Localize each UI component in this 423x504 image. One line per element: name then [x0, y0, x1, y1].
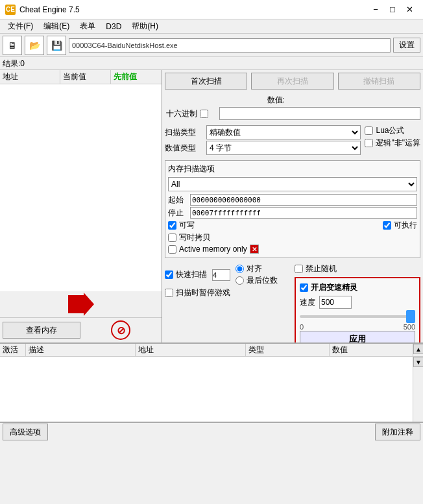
toolbar-open-btn[interactable]: 🖥 — [3, 36, 22, 55]
active-memory-row: Active memory only ✕ — [168, 245, 417, 254]
toolbar-save-btn[interactable]: 💾 — [47, 36, 66, 55]
advanced-options-button[interactable]: 高级选项 — [3, 424, 48, 440]
hex-label: 十六进制 — [166, 108, 197, 119]
value-input[interactable] — [219, 107, 420, 120]
svg-marker-0 — [68, 293, 94, 316]
footer-bar: 高级选项 附加注释 — [0, 422, 423, 441]
hex-checkbox[interactable] — [200, 110, 208, 118]
next-scan-button[interactable]: 再次扫描 — [251, 73, 333, 90]
toolbar-folder-btn[interactable]: 📂 — [25, 36, 44, 55]
lua-formula-checkbox[interactable] — [365, 126, 373, 135]
scrollbar-up[interactable]: ▲ — [413, 344, 423, 354]
first-scan-button[interactable]: 首次扫描 — [165, 73, 247, 90]
col-address-header: 地址 — [0, 70, 60, 84]
start-label: 起始 — [168, 195, 187, 206]
active-memory-checkbox[interactable] — [168, 245, 176, 254]
hex-row: 十六进制 — [165, 108, 217, 119]
copy-on-write-checkbox[interactable] — [168, 234, 176, 242]
col-type-header: 类型 — [246, 344, 330, 356]
cancel-scan-button[interactable]: ⊘ — [111, 320, 130, 340]
settings-button[interactable]: 设置 — [393, 38, 420, 53]
value-label-text: 数值: — [267, 95, 285, 104]
stop-addr-input[interactable] — [190, 207, 417, 219]
process-name: 00003C64-BaiduNetdiskHost.exe — [72, 42, 178, 49]
scan-buttons-row: 首次扫描 再次扫描 撤销扫描 — [165, 73, 420, 90]
writable-row: 可写 — [168, 220, 195, 231]
add-comment-button[interactable]: 附加注释 — [375, 424, 420, 440]
pause-game-label: 扫描时暂停游戏 — [176, 287, 230, 298]
undo-scan-button[interactable]: 撤销扫描 — [338, 73, 420, 90]
window-title: Cheat Engine 7.5 — [19, 5, 80, 14]
bottom-section: 激活 描述 地址 类型 数值 ▲ ▼ 高级选项 附加注释 — [0, 342, 423, 441]
right-panel: 首次扫描 再次扫描 撤销扫描 数值: 十六进制 扫描类型 — [162, 70, 423, 342]
align-options: 对齐 最后位数 — [236, 263, 278, 286]
disable-random-label: 禁止随机 — [306, 263, 337, 274]
results-count: 0 — [20, 59, 25, 68]
bottom-options-area: 快速扫描 对齐 最后位数 — [165, 263, 420, 342]
toolbar: 🖥 📂 💾 00003C64-BaiduNetdiskHost.exe 设置 — [0, 34, 423, 57]
lua-formula-label: Lua公式 — [376, 125, 404, 136]
col-active-label: 激活 — [3, 344, 18, 355]
last-digit-radio[interactable] — [236, 276, 244, 285]
col-current-label: 当前值 — [63, 71, 86, 82]
process-bar[interactable]: 00003C64-BaiduNetdiskHost.exe — [69, 38, 391, 53]
speed-row: 速度 — [300, 296, 415, 309]
addr-table-body-container: ▼ — [0, 357, 423, 422]
active-memory-clear-btn[interactable]: ✕ — [250, 245, 259, 254]
scan-type-area: 扫描类型 精确数值 数值类型 4 字节 Lua公式 — [165, 125, 420, 156]
value-type-label: 数值类型 — [165, 143, 204, 154]
value-type-select[interactable]: 4 字节 — [206, 141, 361, 155]
col-desc-label: 描述 — [29, 344, 44, 355]
logical-not-checkbox[interactable] — [365, 139, 373, 147]
results-header: 结果:0 — [0, 57, 423, 70]
quick-scan-value[interactable] — [212, 269, 230, 281]
view-memory-button[interactable]: 查看内存 — [3, 322, 80, 339]
copy-on-write-label: 写时拷贝 — [179, 232, 210, 243]
mem-checkboxes: 可写 可执行 — [168, 220, 417, 231]
turbo-checkbox[interactable] — [300, 283, 308, 292]
speed-label: 速度 — [300, 297, 315, 308]
speed-input[interactable] — [319, 296, 352, 309]
menu-edit[interactable]: 编辑(E) — [38, 19, 75, 33]
menu-file[interactable]: 文件(F) — [3, 19, 38, 33]
addr-table-header: 激活 描述 地址 类型 数值 ▲ — [0, 342, 423, 357]
col-prev-label: 先前值 — [114, 71, 137, 82]
close-button[interactable]: ✕ — [401, 1, 418, 18]
scrollbar-down[interactable]: ▼ — [413, 357, 423, 367]
logical-not-row: 逻辑"非"运算 — [365, 138, 420, 149]
scan-type-select[interactable]: 精确数值 — [206, 125, 361, 139]
apply-button[interactable]: 应用 — [300, 331, 415, 342]
pause-game-checkbox[interactable] — [165, 289, 173, 297]
start-addr-row: 起始 — [168, 194, 417, 206]
left-panel-body — [0, 84, 162, 291]
left-panel-header: 地址 当前值 先前值 — [0, 70, 162, 84]
lua-options-col: Lua公式 逻辑"非"运算 — [365, 125, 420, 156]
lua-formula-row: Lua公式 — [365, 125, 420, 136]
quick-scan-label: 快速扫描 — [176, 269, 207, 280]
menu-table[interactable]: 表单 — [75, 19, 101, 33]
align-radio[interactable] — [236, 265, 244, 273]
writable-checkbox[interactable] — [168, 221, 176, 230]
disable-random-checkbox[interactable] — [295, 265, 303, 273]
quick-scan-checkbox[interactable] — [165, 270, 173, 279]
left-panel: 地址 当前值 先前值 查看内存 ⊘ — [0, 70, 162, 342]
left-panel-bottom: 查看内存 ⊘ — [0, 317, 162, 342]
menu-help[interactable]: 帮助(H) — [127, 19, 163, 33]
stop-label: 停止 — [168, 208, 187, 219]
start-addr-input[interactable] — [190, 194, 417, 206]
scan-type-col: 扫描类型 精确数值 数值类型 4 字节 — [165, 125, 361, 156]
col-desc-header: 描述 — [26, 344, 136, 356]
maximize-button[interactable]: □ — [384, 1, 401, 18]
executable-checkbox[interactable] — [383, 221, 391, 230]
app-icon-text: CE — [6, 6, 15, 13]
table-scrollbar: ▲ — [413, 344, 423, 356]
table-scrollbar-track: ▼ — [413, 357, 423, 422]
mem-range-select[interactable]: All — [168, 177, 417, 191]
speed-slider[interactable] — [300, 315, 415, 318]
col-value-header: 数值 — [330, 344, 413, 356]
addr-table-body — [0, 357, 413, 422]
minimize-button[interactable]: − — [367, 1, 384, 18]
menu-d3d[interactable]: D3D — [101, 21, 127, 32]
scan-type-row: 扫描类型 精确数值 — [165, 125, 361, 139]
executable-row: 可执行 — [383, 220, 417, 231]
